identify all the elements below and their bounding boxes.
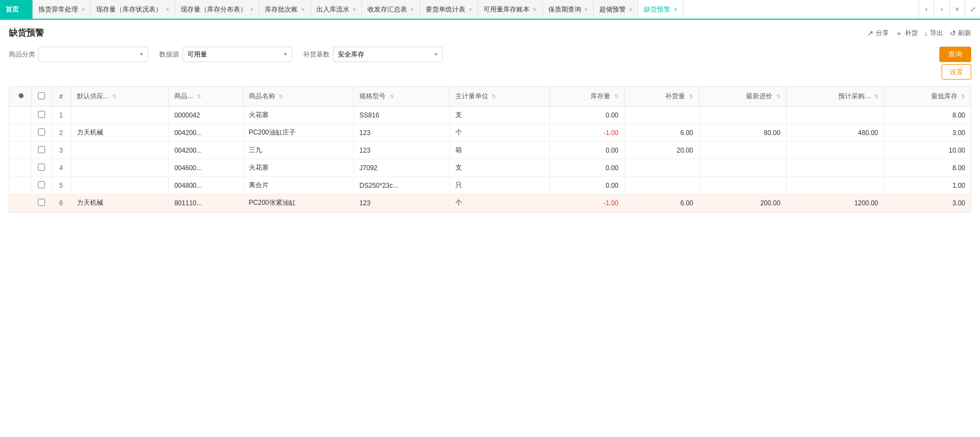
tab-expiry[interactable]: 保质期查询 × [543,0,594,19]
row-settings-cell [9,159,31,177]
table-row: 2 力天机械 004200... PC200油缸庄子 123 个 -1.00 6… [9,124,971,142]
row-checkbox[interactable] [38,146,45,153]
row-index: 1 [51,107,71,124]
share-button[interactable]: ↗ 分享 [867,29,889,38]
close-icon[interactable]: × [353,6,356,13]
row-estimated-purchase: 480.00 [786,124,884,142]
close-icon[interactable]: × [250,6,253,13]
sort-icon: ⇅ [197,93,201,99]
row-checkbox-cell[interactable] [31,142,51,159]
row-product-name: PC200油缸庄子 [243,124,353,142]
row-index: 2 [51,124,71,142]
column-select-all[interactable] [31,87,51,107]
row-unit: 支 [450,107,550,124]
header-actions: ↗ 分享 ＋ 补货 ↓ 导出 ↺ 刷新 [867,29,972,38]
row-settings-cell [9,124,31,142]
row-product-code: 801110... [169,194,243,212]
tab-batch-account-label: 库存批次账 [265,5,298,14]
tab-stock-status-label: 现存量（库存状况表） [96,5,162,14]
select-all-checkbox[interactable] [38,92,45,99]
row-spec: 123 [354,142,450,159]
sort-icon: ⇅ [112,93,116,99]
column-settings[interactable] [9,87,31,107]
column-stock[interactable]: 库存量 ⇅ [549,87,624,107]
table-header-row: # 默认供应... ⇅ 商品... ⇅ 商品名称 ⇅ 规格型号 [9,87,971,107]
column-product-code[interactable]: 商品... ⇅ [169,87,243,107]
row-checkbox-cell[interactable] [31,107,51,124]
refresh-button[interactable]: ↺ 刷新 [950,29,971,38]
tab-stock-dist[interactable]: 现存量（库存分布表） × [175,0,259,19]
close-icon[interactable]: × [301,6,304,13]
row-checkbox-cell[interactable] [31,194,51,212]
column-latest-price[interactable]: 最新进价 ⇅ [699,87,786,107]
tab-expiry-label: 保质期查询 [548,5,581,14]
replenish-icon: ＋ [895,29,903,38]
column-replenish[interactable]: 补货量 ⇅ [624,87,699,107]
category-select-wrapper [38,47,148,62]
close-icon[interactable]: × [469,6,472,13]
row-supplier [71,159,169,177]
replenish-label: 补货基数 [303,50,330,59]
tab-batch-account[interactable]: 库存批次账 × [259,0,310,19]
query-button[interactable]: 查询 [939,47,971,62]
tab-shortage[interactable]: 缺货预警 × [638,0,683,20]
column-spec[interactable]: 规格型号 ⇅ [354,87,450,107]
row-min-stock: 10.00 [884,142,971,159]
row-checkbox-cell[interactable] [31,177,51,194]
tab-requisition[interactable]: 要货单统计表 × [420,0,478,19]
tab-inout-flow[interactable]: 出入库流水 × [311,0,362,19]
replenish-select[interactable]: 安全库存 [333,47,443,62]
row-product-name: PC200张紧油缸 [243,194,353,212]
row-checkbox[interactable] [38,164,45,171]
table-body: 1 0000042 火花塞 SS816 支 0.00 8.00 2 力天机械 0… [9,107,971,212]
row-checkbox-cell[interactable] [31,124,51,142]
nav-next-button[interactable]: › [934,0,949,19]
tab-inout-flow-label: 出入库流水 [316,5,349,14]
tab-receive-summary[interactable]: 收发存汇总表 × [362,0,420,19]
settings-button[interactable]: 设置 [942,64,971,80]
nav-close-button[interactable]: × [949,0,965,19]
tab-available-ledger[interactable]: 可用量库存账本 × [478,0,542,19]
column-latest-price-label: 最新进价 [746,92,772,100]
close-icon[interactable]: × [533,6,536,13]
nav-expand-button[interactable]: ⤢ [965,0,980,19]
column-supplier[interactable]: 默认供应... ⇅ [71,87,169,107]
row-checkbox[interactable] [38,199,45,206]
column-unit[interactable]: 主计量单位 ⇅ [450,87,550,107]
column-product-name[interactable]: 商品名称 ⇅ [243,87,353,107]
close-icon[interactable]: × [81,6,85,13]
replenish-button[interactable]: ＋ 补货 [895,29,918,38]
table-row: 5 004800... 离合片 DS250*23c... 只 0.00 1.00 [9,177,971,194]
row-product-code: 0000042 [169,107,243,124]
row-settings-cell [9,142,31,159]
row-estimated-purchase [786,177,884,194]
column-min-stock[interactable]: 最低库存 ⇅ [884,87,971,107]
row-checkbox[interactable] [38,128,45,136]
datasource-select[interactable]: 可用量 [182,47,292,62]
export-button[interactable]: ↓ 导出 [925,29,944,38]
table-row: 1 0000042 火花塞 SS816 支 0.00 8.00 [9,107,971,124]
tab-goods-exception-label: 拣货异常处理 [38,5,78,14]
table-settings-icon[interactable] [16,91,25,100]
close-icon[interactable]: × [584,6,588,13]
nav-prev-button[interactable]: ‹ [918,0,934,19]
column-estimated-purchase[interactable]: 预计采购... ⇅ [786,87,884,107]
row-supplier [71,142,169,159]
row-replenish [624,107,699,124]
category-select[interactable] [38,47,148,62]
row-checkbox[interactable] [38,111,45,118]
close-icon[interactable]: × [673,6,677,13]
tab-home[interactable]: 首页 [0,0,33,19]
tab-goods-exception[interactable]: 拣货异常处理 × [33,0,91,19]
row-checkbox-cell[interactable] [31,159,51,177]
close-icon[interactable]: × [629,6,632,13]
sort-icon: ⇅ [874,93,878,99]
column-min-stock-label: 最低库存 [931,92,957,100]
tab-overstock[interactable]: 超储预警 × [594,0,638,19]
row-supplier: 力天机械 [71,194,169,212]
close-icon[interactable]: × [165,6,169,13]
nav-controls: ‹ › × ⤢ [918,0,980,19]
close-icon[interactable]: × [410,6,414,13]
tab-stock-status[interactable]: 现存量（库存状况表） × [91,0,175,19]
row-checkbox[interactable] [38,181,45,188]
